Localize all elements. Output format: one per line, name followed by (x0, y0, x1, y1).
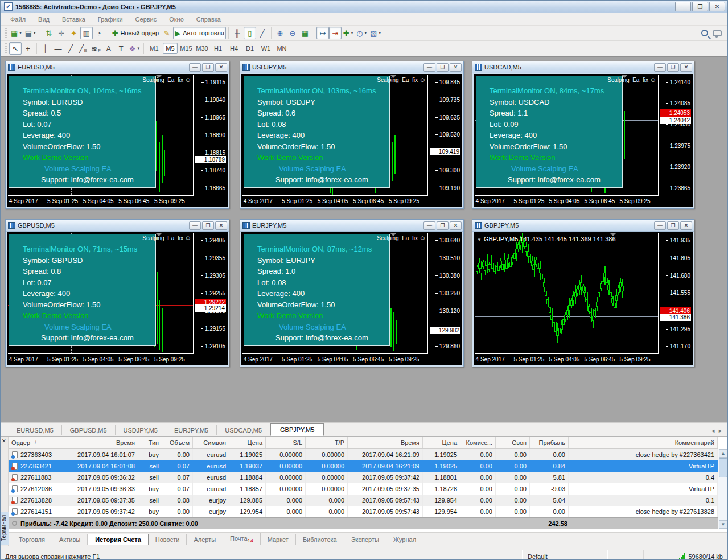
chart-minimize-button[interactable]: — (189, 221, 201, 230)
timeframe-m30[interactable]: M30 (195, 43, 209, 54)
tile-windows-icon[interactable]: ▦ (299, 27, 311, 39)
column-header-time2[interactable]: Время (348, 437, 423, 448)
ea-smiley-icon[interactable]: ☺ (185, 234, 191, 241)
price-axis[interactable]: 1.191151.190401.189651.188901.188151.187… (194, 75, 227, 196)
scroll-up-icon[interactable]: ▲ (719, 449, 727, 458)
time-axis[interactable]: 4 Sep 20175 Sep 01:255 Sep 04:055 Sep 06… (8, 196, 194, 206)
chart-window-usdjpy[interactable]: USDJPY,M5—❐✕TerminalMonitor ON, 103ms, ~… (240, 61, 464, 209)
table-scrollbar[interactable]: ▲ ▼ (718, 449, 727, 529)
templates-icon-dropdown-icon[interactable]: ▾ (379, 31, 381, 35)
terminal-tab-новости[interactable]: Новости (149, 534, 187, 545)
column-header-type[interactable]: Тип (138, 437, 162, 448)
chart-tab-gbpusd[interactable]: GBPUSD,M5 (62, 425, 116, 435)
timeframe-w1[interactable]: W1 (258, 43, 273, 54)
price-axis[interactable]: 1.294051.293551.293051.292551.292051.291… (194, 233, 227, 354)
chart-tab-gbpjpy[interactable]: GBPJPY,M5 (270, 423, 324, 436)
vertical-line-tool[interactable]: │ (39, 42, 52, 55)
chart-plot-area[interactable]: ▼GBPJPY,M5 141.435 141.445 141.369 141.3… (475, 233, 659, 354)
column-header-tp[interactable]: T/P (306, 437, 348, 448)
terminal-tab-эксперты[interactable]: Эксперты (344, 534, 386, 545)
menu-item-4[interactable]: Сервис (129, 14, 163, 24)
chart-plot-area[interactable]: TerminalMonitor ON, 71ms, ~15msSymbol: G… (8, 233, 194, 354)
terminal-tab-история-счета[interactable]: История Счета (88, 534, 149, 545)
timeframe-m5[interactable]: M5 (163, 43, 178, 54)
new-chart-icon[interactable]: ▦▾ (9, 27, 23, 39)
autoscroll-icon[interactable]: ↦ (316, 27, 329, 39)
arrows-tool[interactable]: ❖▾ (127, 42, 141, 55)
ea-smiley-icon[interactable]: ☺ (185, 76, 191, 83)
chart-minimize-button[interactable]: — (189, 63, 201, 72)
menu-item-0[interactable]: Файл (4, 14, 32, 24)
toolbar-handle[interactable] (5, 28, 7, 38)
chart-window-titlebar[interactable]: USDJPY,M5—❐✕ (240, 61, 463, 73)
tab-scroll-right-icon[interactable]: ► (718, 428, 723, 434)
chart-body[interactable]: TerminalMonitor ON, 71ms, ~15msSymbol: G… (7, 232, 228, 365)
column-header-price2[interactable]: Цена (423, 437, 460, 448)
close-button[interactable]: ✕ (709, 2, 725, 11)
timeframe-mn[interactable]: MN (274, 43, 289, 54)
price-axis[interactable]: 141.935141.805141.680141.555141.425141.2… (659, 233, 692, 354)
chart-restore-button[interactable]: ❐ (202, 63, 214, 72)
ea-smiley-icon[interactable]: ☺ (419, 234, 426, 241)
profiles-icon-dropdown-icon[interactable]: ▾ (34, 31, 36, 35)
menu-item-5[interactable]: Окно (163, 14, 190, 24)
crosshair-tool[interactable]: + (22, 42, 34, 55)
chart-close-button[interactable]: ✕ (215, 63, 227, 72)
time-axis[interactable]: 4 Sep 20175 Sep 01:255 Sep 04:055 Sep 06… (8, 355, 194, 364)
ea-smiley-icon[interactable]: ☺ (650, 76, 656, 83)
line-chart-icon[interactable]: ╱ (256, 27, 269, 39)
symbol-dropdown-icon[interactable]: ▼ (477, 237, 482, 242)
chart-window-eurjpy[interactable]: EURJPY,M5—❐✕TerminalMonitor ON, 87ms, ~1… (240, 219, 464, 367)
autotrade-button[interactable]: ▶Авто-торговля (173, 27, 226, 39)
terminal-tab-библиотека[interactable]: Библиотека (296, 534, 344, 545)
chart-window-titlebar[interactable]: EURJPY,M5—❐✕ (240, 220, 463, 232)
community-chat-icon[interactable] (713, 30, 722, 36)
table-row[interactable]: 2276120362017.09.05 09:36:33buy0.07eurus… (9, 483, 718, 495)
chart-close-button[interactable]: ✕ (450, 221, 462, 230)
scroll-thumb[interactable] (719, 458, 727, 477)
chart-window-usdcad[interactable]: USDCAD,M5—❐✕TerminalMonitor ON, 84ms, ~1… (472, 61, 694, 209)
time-axis[interactable]: 4 Sep 20175 Sep 01:255 Sep 04:055 Sep 06… (475, 196, 659, 206)
chart-body[interactable]: TerminalMonitor ON, 104ms, ~16msSymbol: … (7, 74, 228, 207)
text-tool[interactable]: A (102, 42, 115, 55)
column-header-symbol[interactable]: Символ (193, 437, 229, 448)
time-axis[interactable]: 4 Sep 20175 Sep 01:255 Sep 04:055 Sep 06… (242, 355, 428, 364)
timeframe-m15[interactable]: M15 (179, 43, 194, 54)
terminal-tab-маркет[interactable]: Маркет (261, 534, 296, 545)
periods-icon-dropdown-icon[interactable]: ▾ (365, 31, 367, 35)
cursor-tool[interactable]: ↖ (9, 42, 22, 55)
search-icon[interactable] (701, 30, 708, 36)
chart-plot-area[interactable]: TerminalMonitor ON, 103ms, ~16msSymbol: … (242, 75, 428, 196)
status-profile[interactable]: Default (523, 550, 608, 560)
column-header-commission[interactable]: Комисс... (460, 437, 496, 448)
candle-chart-icon[interactable]: ▯ (244, 27, 256, 39)
chart-window-gbpusd[interactable]: GBPUSD,M5—❐✕TerminalMonitor ON, 71ms, ~1… (5, 219, 229, 367)
chart-window-titlebar[interactable]: USDCAD,M5—❐✕ (472, 61, 694, 73)
column-header-swap[interactable]: Своп (496, 437, 530, 448)
tab-scroll-left-icon[interactable]: ◄ (710, 428, 715, 434)
channel-tool[interactable]: ╱E (77, 42, 89, 55)
column-header-order[interactable]: Ордер/ (9, 437, 65, 448)
terminal-icon[interactable]: ▥ (80, 27, 93, 39)
chart-window-titlebar[interactable]: EURUSD,M5—❐✕ (6, 61, 229, 73)
market-watch-icon[interactable]: ⇅ (43, 27, 55, 39)
tester-icon[interactable]: ◔ (93, 27, 105, 39)
data-window-icon[interactable]: ✛ (55, 27, 68, 39)
timeframe-h1[interactable]: H1 (211, 43, 225, 54)
column-header-sl[interactable]: S/L (266, 437, 306, 448)
zoom-in-icon[interactable]: ⊕ (274, 27, 286, 39)
timeframe-h4[interactable]: H4 (227, 43, 241, 54)
timeframe-d1[interactable]: D1 (242, 43, 257, 54)
chart-restore-button[interactable]: ❐ (437, 221, 449, 230)
chart-plot-area[interactable]: TerminalMonitor ON, 104ms, ~16msSymbol: … (8, 75, 194, 196)
chart-restore-button[interactable]: ❐ (667, 221, 679, 230)
periods-icon[interactable]: ◷▾ (355, 27, 368, 39)
minimize-button[interactable]: — (675, 2, 691, 11)
chart-close-button[interactable]: ✕ (680, 221, 692, 230)
indicators-icon[interactable]: ✚▾ (342, 27, 355, 39)
menu-item-6[interactable]: Справка (190, 14, 227, 24)
chart-tab-eurusd[interactable]: EURUSD,M5 (9, 425, 62, 435)
chart-body[interactable]: TerminalMonitor ON, 84ms, ~17msSymbol: U… (474, 74, 693, 207)
chart-window-gbpjpy[interactable]: GBPJPY,M5—❐✕▼GBPJPY,M5 141.435 141.445 1… (472, 219, 694, 367)
timeframe-m1[interactable]: M1 (147, 43, 162, 54)
